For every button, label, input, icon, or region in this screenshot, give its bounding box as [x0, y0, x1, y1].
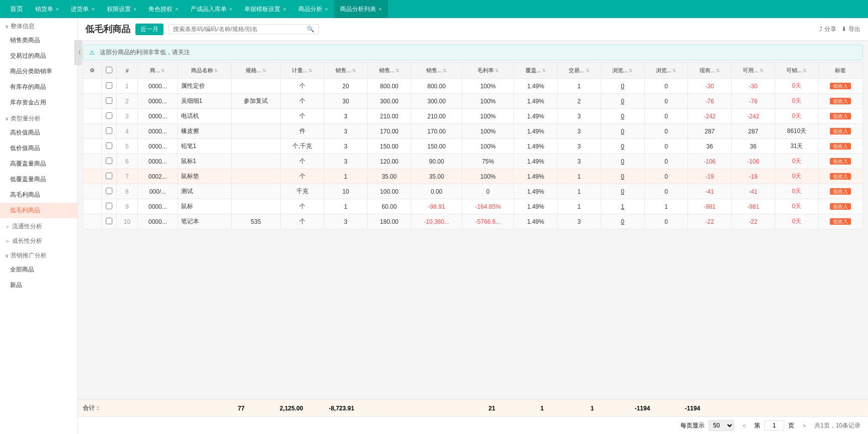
- stock2-column-header[interactable]: 可用...⇅: [732, 63, 775, 79]
- nav-purchase-order[interactable]: 进货单 ×: [65, 0, 100, 18]
- sidebar-item-new-products[interactable]: 新品: [0, 277, 77, 293]
- sidebar-collapse-button[interactable]: 《: [74, 40, 82, 65]
- close-icon[interactable]: ×: [133, 6, 136, 12]
- code-column-header[interactable]: 商...⇅: [138, 63, 178, 79]
- share-icon: ⤴: [819, 26, 822, 33]
- sidebar-item-stock-capital[interactable]: 库存资金占用: [0, 95, 77, 110]
- sidebar-item-in-stock[interactable]: 有库存的商品: [0, 79, 77, 95]
- export-button[interactable]: ⬇ 导出: [841, 25, 860, 34]
- sidebar-item-low-margin[interactable]: 低毛利商品: [0, 203, 77, 218]
- row-browse1-cell[interactable]: 0: [601, 109, 644, 124]
- row-checkbox[interactable]: [106, 112, 112, 119]
- row-browse1-cell[interactable]: 0: [601, 124, 644, 139]
- row-browse1-cell[interactable]: 0: [601, 94, 644, 109]
- row-browse1-cell[interactable]: 0: [601, 169, 644, 184]
- sidebar-group-type-analysis[interactable]: ∨ 类型量分析: [0, 110, 77, 125]
- sales1-column-header[interactable]: 销售...⇅: [324, 63, 368, 79]
- row-checkbox-cell[interactable]: [101, 79, 116, 94]
- settings-column-header[interactable]: ⚙: [83, 63, 102, 79]
- search-input[interactable]: [173, 26, 307, 33]
- row-checkbox[interactable]: [106, 188, 112, 194]
- spec-column-header[interactable]: 规格...⇅: [232, 63, 281, 79]
- nav-permissions[interactable]: 权限设置 ×: [101, 0, 142, 18]
- select-all-checkbox[interactable]: [106, 67, 112, 73]
- sidebar-item-low-value[interactable]: 低价值商品: [0, 140, 77, 156]
- sidebar-group-circulation[interactable]: ＞ 流通性分析: [0, 218, 77, 233]
- row-checkbox[interactable]: [106, 142, 112, 149]
- page-number-input[interactable]: [764, 420, 784, 430]
- prev-page-button[interactable]: ＜: [738, 420, 750, 431]
- row-tag-cell: 低收入: [818, 124, 862, 139]
- close-icon[interactable]: ×: [229, 6, 232, 12]
- sidebar-group-marketing[interactable]: ∨ 营销推广分析: [0, 247, 77, 262]
- close-icon[interactable]: ×: [91, 6, 94, 12]
- row-checkbox[interactable]: [106, 158, 112, 164]
- share-button[interactable]: ⤴ 分享: [819, 25, 836, 34]
- nav-product-analysis[interactable]: 商品分析 ×: [292, 0, 334, 18]
- row-checkbox-cell[interactable]: [101, 109, 116, 124]
- row-browse1-cell[interactable]: 0: [601, 214, 644, 229]
- close-icon[interactable]: ×: [379, 6, 382, 12]
- sidebar-item-all-products[interactable]: 全部商品: [0, 262, 77, 277]
- row-browse1-cell[interactable]: 1: [601, 199, 644, 214]
- sidebar-item-high-coverage[interactable]: 高覆盖量商品: [0, 156, 77, 172]
- row-browse1-cell[interactable]: 0: [601, 184, 644, 199]
- sidebar-item-sales-products[interactable]: 销售类商品: [0, 33, 77, 48]
- browse2-column-header[interactable]: 浏览...⇅: [644, 63, 688, 79]
- sidebar-item-high-margin[interactable]: 高毛利商品: [0, 187, 77, 203]
- row-unit-cell: 千克: [280, 184, 324, 199]
- nav-product-entry[interactable]: 产成品入库单 ×: [185, 0, 238, 18]
- nav-template-settings[interactable]: 单据模板设置 ×: [238, 0, 292, 18]
- per-page-select[interactable]: 50 100 200: [709, 420, 734, 431]
- nav-role-auth[interactable]: 角色授权 ×: [142, 0, 184, 18]
- name-column-header[interactable]: 商品名称⇅: [178, 63, 231, 79]
- row-checkbox[interactable]: [106, 127, 112, 134]
- trade-column-header[interactable]: 交易...⇅: [558, 63, 601, 79]
- sales2-column-header[interactable]: 销售...⇅: [368, 63, 411, 79]
- row-checkbox[interactable]: [106, 218, 112, 224]
- sidebar-group-growth[interactable]: ＞ 成长性分析: [0, 233, 77, 247]
- row-checkbox-cell[interactable]: [101, 139, 116, 154]
- row-checkbox-cell[interactable]: [101, 184, 116, 199]
- browse1-column-header[interactable]: 浏览...⇅: [601, 63, 644, 79]
- row-unit-cell: 个: [280, 169, 324, 184]
- close-icon[interactable]: ×: [325, 6, 328, 12]
- sidebar-item-category-rate[interactable]: 商品分类助销率: [0, 64, 77, 79]
- sidebar-item-high-value[interactable]: 高价值商品: [0, 125, 77, 140]
- close-icon[interactable]: ×: [175, 6, 178, 12]
- nav-sales-order[interactable]: 销货单 ×: [29, 0, 65, 18]
- stock1-column-header[interactable]: 现有...⇅: [688, 63, 732, 79]
- row-checkbox[interactable]: [106, 82, 112, 89]
- nav-product-analysis-list[interactable]: 商品分析列表 ×: [334, 0, 388, 18]
- period-button[interactable]: 近一月: [135, 24, 163, 35]
- row-browse1-cell[interactable]: 0: [601, 139, 644, 154]
- row-browse1-cell[interactable]: 0: [601, 79, 644, 94]
- warning-banner: ⚠ 这部分商品的利润非常低，请关注: [83, 45, 863, 60]
- row-checkbox-cell[interactable]: [101, 214, 116, 229]
- sidebar-group-overall[interactable]: ∨ 整体信息: [0, 18, 77, 33]
- unit-column-header[interactable]: 计量...⇅: [280, 63, 324, 79]
- row-trade-cell: 1: [558, 199, 601, 214]
- sidebar-item-traded-products[interactable]: 交易过的商品: [0, 48, 77, 64]
- close-icon[interactable]: ×: [283, 6, 286, 12]
- sales3-column-header[interactable]: 销售...⇅: [411, 63, 462, 79]
- gross-column-header[interactable]: 毛利率⇅: [462, 63, 514, 79]
- stock3-column-header[interactable]: 可销...⇅: [775, 63, 818, 79]
- row-checkbox-cell[interactable]: [101, 154, 116, 169]
- next-page-button[interactable]: ＞: [798, 420, 810, 431]
- row-browse1-cell[interactable]: 0: [601, 154, 644, 169]
- row-sales3-cell: 0.00: [411, 184, 462, 199]
- row-checkbox-cell[interactable]: [101, 94, 116, 109]
- search-icon[interactable]: 🔍: [307, 26, 314, 33]
- checkbox-column-header[interactable]: [101, 63, 116, 79]
- close-icon[interactable]: ×: [56, 6, 59, 12]
- nav-home[interactable]: 首页: [4, 0, 29, 18]
- row-checkbox-cell[interactable]: [101, 124, 116, 139]
- row-checkbox-cell[interactable]: [101, 169, 116, 184]
- row-checkbox-cell[interactable]: [101, 199, 116, 214]
- row-checkbox[interactable]: [106, 173, 112, 179]
- sidebar-item-low-coverage[interactable]: 低覆盖量商品: [0, 172, 77, 187]
- row-checkbox[interactable]: [106, 97, 112, 104]
- coverage-column-header[interactable]: 覆盖...⇅: [514, 63, 558, 79]
- row-checkbox[interactable]: [106, 203, 112, 209]
